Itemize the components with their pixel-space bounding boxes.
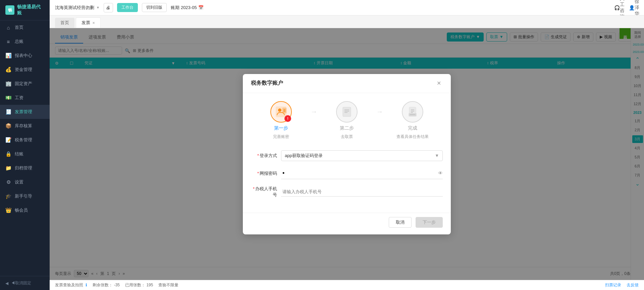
sidebar-item-label: 报表中心 <box>15 53 32 59</box>
guide-icon: 🎓 <box>5 193 11 199</box>
step-1-icon: ! <box>270 101 292 123</box>
step-2-title: 第二步 <box>340 125 354 131</box>
modal-footer: 取消 下一步 <box>243 213 451 234</box>
tab-home[interactable]: 首页 <box>55 18 74 28</box>
remaining-count: 剩余张数： -35 <box>93 282 120 288</box>
tab-close-icon[interactable]: ✕ <box>92 21 95 25</box>
sidebar-item-guide[interactable]: 🎓 新手引导 <box>0 189 50 203</box>
company-name: 沈海英测试经营勿删 <box>55 5 94 11</box>
step-1: ! 第一步 完善账密 <box>254 101 308 140</box>
form-item-password: 网报密码 👁 <box>251 168 443 179</box>
step-2: 第二步 去取票 <box>320 101 374 140</box>
svg-rect-14 <box>409 113 417 117</box>
assets-icon: 🏢 <box>5 81 11 87</box>
step-3-icon <box>402 101 423 123</box>
tab-invoice[interactable]: 发票 ✕ <box>76 17 101 28</box>
print-icon-btn[interactable]: 🖨 <box>104 3 113 12</box>
ledger-icon: ≡ <box>5 39 11 45</box>
select-chevron-icon: ▼ <box>435 153 439 158</box>
workspace-btn[interactable]: 工作台 <box>117 3 138 12</box>
modal-body: ! 第一步 完善账密 → <box>243 93 451 210</box>
unpin-sidebar-btn[interactable]: ◀ ◀取消固定 <box>0 276 50 290</box>
sidebar-item-ledger[interactable]: ≡ 总账 <box>0 34 50 49</box>
svg-point-1 <box>278 108 281 112</box>
cancel-btn[interactable]: 取消 <box>389 217 412 228</box>
check-invoice-label: 发票查验及拍照 ℹ <box>55 282 87 288</box>
avatar-icon: 👤 <box>629 5 635 10</box>
steps-container: ! 第一步 完善账密 → <box>251 101 443 140</box>
main-content: 沈海英测试经营勿删 ▼ 🖨 工作台 切到旧版 账期 2023-05 📅 🎧 人工… <box>50 0 644 290</box>
home-icon: ⌂ <box>5 25 11 30</box>
sidebar-item-invoices[interactable]: 🧾 发票管理 <box>0 105 50 119</box>
step-arrow-1: → <box>308 108 320 116</box>
sidebar-item-label: 税务管理 <box>15 137 32 143</box>
modal-overlay: 税务数字账户 ✕ <box>50 28 644 280</box>
reports-icon: 📊 <box>5 53 11 59</box>
payroll-icon: 💵 <box>5 95 11 101</box>
headset-icon: 🎧 <box>614 5 620 10</box>
sidebar-item-closing[interactable]: 🔒 结账 <box>0 147 50 161</box>
tab-bar: 首页 发票 ✕ <box>50 15 644 28</box>
feedback-link[interactable]: 去反馈 <box>627 282 639 288</box>
login-method-select[interactable]: app获取验证码登录 ▼ <box>281 150 443 161</box>
tab-invoice-label: 发票 <box>82 20 90 26</box>
modal-header: 税务数字账户 ✕ <box>243 74 451 93</box>
next-btn[interactable]: 下一步 <box>416 217 443 228</box>
sidebar-item-funds[interactable]: 💰 资金管理 <box>0 63 50 77</box>
tax-account-modal: 税务数字账户 ✕ <box>243 74 451 234</box>
app-logo: 畅 畅捷通易代账 <box>0 0 50 20</box>
sidebar-item-label: 工资 <box>15 95 23 101</box>
sidebar-item-settings[interactable]: ⚙ 设置 <box>0 175 50 189</box>
logo-icon: 畅 <box>5 5 14 15</box>
closing-icon: 🔒 <box>5 151 11 157</box>
password-field-wrapper: 👁 <box>281 168 443 179</box>
sidebar-item-home[interactable]: ⌂ 首页 <box>0 20 50 34</box>
sidebar-item-inventory[interactable]: 📦 库存核算 <box>0 119 50 133</box>
password-label: 网报密码 <box>251 170 281 176</box>
sidebar-item-archive[interactable]: 📁 归档管理 <box>0 161 50 175</box>
login-method-dropdown[interactable]: app获取验证码登录 ▼ <box>281 150 443 161</box>
sidebar-item-member[interactable]: 👑 畅会员 <box>0 203 50 217</box>
switch-version-btn[interactable]: 切到旧版 <box>142 3 167 12</box>
top-header: 沈海英测试经营勿删 ▼ 🖨 工作台 切到旧版 账期 2023-05 📅 🎧 人工… <box>50 0 644 15</box>
form-item-login-method: 登录方式 app获取验证码登录 ▼ <box>251 150 443 161</box>
sidebar-item-payroll[interactable]: 💵 工资 <box>0 91 50 105</box>
modal-close-btn[interactable]: ✕ <box>435 79 443 87</box>
user-avatar[interactable]: 👤 徐泽华 <box>629 3 639 12</box>
support-btn[interactable]: 🎧 人工咨询 <box>614 3 624 12</box>
funds-icon: 💰 <box>5 67 11 73</box>
modal-title: 税务数字账户 <box>251 80 283 87</box>
form-item-phone: 办税人手机号 <box>251 186 443 198</box>
sidebar-item-label: 固定资产 <box>15 81 32 87</box>
scan-records-link[interactable]: 扫票记录 <box>605 282 621 288</box>
unpin-icon: ◀ <box>5 281 8 286</box>
svg-rect-6 <box>343 107 351 117</box>
header-right: 🎧 人工咨询 👤 徐泽华 <box>614 3 639 12</box>
password-input[interactable] <box>281 169 438 177</box>
period-display: 账期 2023-05 📅 <box>171 5 204 11</box>
phone-input[interactable] <box>281 187 443 197</box>
sidebar-item-assets[interactable]: 🏢 固定资产 <box>0 77 50 91</box>
sidebar-item-tax[interactable]: 📝 税务管理 <box>0 133 50 147</box>
info-icon: ℹ <box>86 283 87 287</box>
sidebar-item-label: 设置 <box>15 179 23 185</box>
unverified-label: 查验不限量 <box>158 282 178 288</box>
sidebar-item-reports[interactable]: 📊 报表中心 <box>0 49 50 63</box>
page-content: 销项发票 进项发票 费用小票 税务数字账户 ▼ 取票 <box>50 28 644 280</box>
password-input-wrapper: 👁 <box>281 168 443 179</box>
sidebar: 畅 畅捷通易代账 ⌂ 首页 ≡ 总账 📊 报表中心 💰 资金管理 🏢 固定资产 … <box>0 0 50 290</box>
step-2-icon <box>336 101 358 123</box>
step-3: 完成 查看具体任务结果 <box>386 101 439 140</box>
bottom-right-links: 扫票记录 去反馈 <box>605 282 639 288</box>
phone-field-wrapper <box>281 187 443 197</box>
step-1-title: 第一步 <box>274 125 288 131</box>
company-selector[interactable]: 沈海英测试经营勿删 ▼ <box>55 5 100 11</box>
archive-icon: 📁 <box>5 165 11 171</box>
app-name: 畅捷通易代账 <box>17 4 44 16</box>
sidebar-item-label: 新手引导 <box>15 193 32 199</box>
sidebar-item-label: 库存核算 <box>15 123 32 129</box>
sidebar-item-label: 发票管理 <box>15 109 32 115</box>
invoices-icon: 🧾 <box>5 109 11 115</box>
calendar-icon: 📅 <box>198 5 204 10</box>
eye-toggle-icon[interactable]: 👁 <box>438 170 443 176</box>
